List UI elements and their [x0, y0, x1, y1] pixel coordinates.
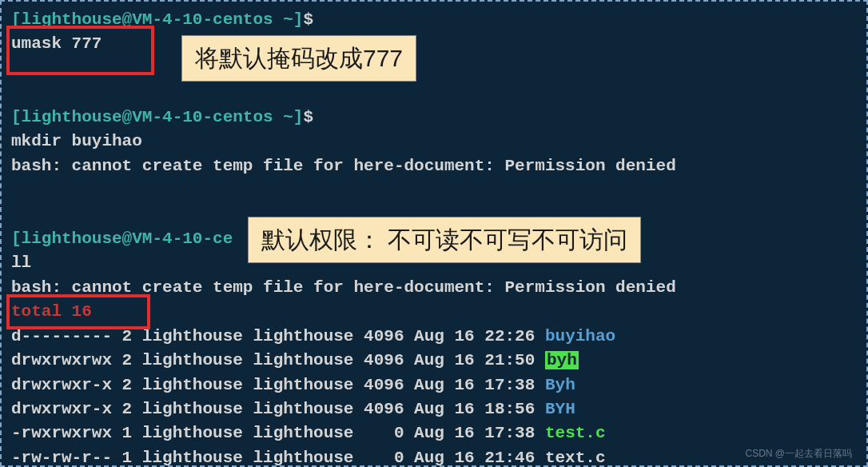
prompt-dollar: $	[303, 10, 313, 29]
blank-line	[11, 57, 857, 81]
watermark: CSDN @一起去看日落吗	[745, 447, 852, 461]
terminal-line: total 16	[11, 300, 857, 324]
terminal-line: bash: cannot create temp file for here-d…	[11, 154, 857, 178]
list-row: drwxrwxrwx 2 lighthouse lighthouse 4096 …	[11, 349, 857, 373]
list-row: drwxrwxr-x 2 lighthouse lighthouse 4096 …	[11, 373, 857, 397]
terminal-line: mkdir buyihao	[11, 130, 857, 154]
list-row: d--------- 2 lighthouse lighthouse 4096 …	[11, 325, 857, 349]
terminal-line: bash: cannot create temp file for here-d…	[11, 276, 857, 300]
list-row: -rwxrwxrwx 1 lighthouse lighthouse 0 Aug…	[11, 421, 857, 445]
prompt-dollar: $	[303, 108, 313, 126]
annotation-permission: 默认权限： 不可读不可写不可访问	[248, 217, 641, 263]
blank-line	[11, 81, 857, 105]
prompt-user: [lighthouse@VM-4-10-centos ~]	[11, 10, 303, 29]
terminal-line: umask 777	[11, 32, 857, 56]
file-listing: d--------- 2 lighthouse lighthouse 4096 …	[11, 325, 857, 467]
annotation-umask: 将默认掩码改成777	[181, 35, 416, 82]
prompt-user: [lighthouse@VM-4-10-centos ~]	[11, 108, 303, 126]
blank-line	[11, 178, 857, 202]
terminal-line: [lighthouse@VM-4-10-centos ~]$	[11, 106, 857, 130]
terminal-line: [lighthouse@VM-4-10-centos ~]$	[11, 8, 857, 32]
list-row: -rw-rw-r-- 1 lighthouse lighthouse 0 Aug…	[11, 446, 857, 467]
list-row: drwxrwxr-x 2 lighthouse lighthouse 4096 …	[11, 397, 857, 421]
prompt-user: [lighthouse@VM-4-10-ce	[11, 230, 233, 248]
